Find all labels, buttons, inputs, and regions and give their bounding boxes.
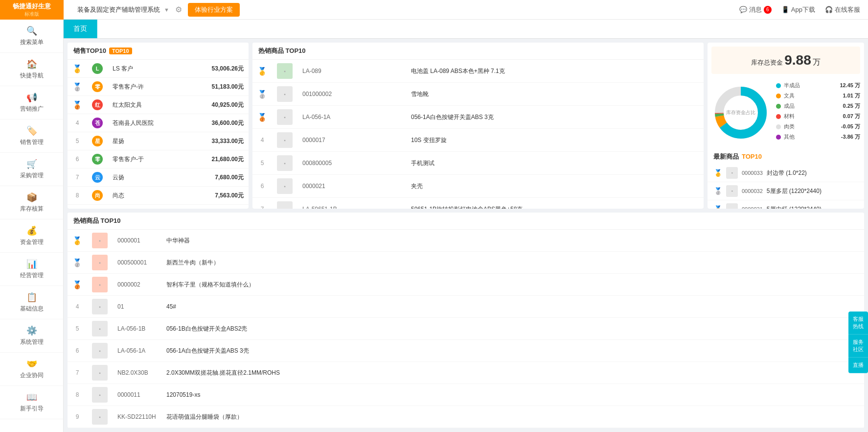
- system-icon: ⚙️: [26, 325, 37, 336]
- table-row: 5 ▪ LA-056-1B 056-1B白色按键开关盒ABS2壳: [68, 318, 864, 340]
- sidebar-item-marketing[interactable]: 📢 营销推广: [0, 86, 63, 120]
- tab-bar: 首页: [64, 20, 868, 39]
- table-row: 8 ▪ 0000011 12070519-xs: [68, 384, 864, 406]
- sidebar-label-cooperation: 企业协同: [20, 371, 44, 380]
- float-buttons: 客服热线 服务社区 直播: [848, 312, 868, 373]
- app-download-button[interactable]: 📱 App下载: [781, 5, 815, 14]
- table-row: 7 ▪ LA-59651-1B 59651-1B旋转投影灯电池盒ABS黑色+58…: [252, 198, 704, 209]
- sidebar-item-purchase[interactable]: 🛒 采购管理: [0, 153, 63, 186]
- table-row: 🥈 零 零售客户-许 51,183.00元: [68, 78, 249, 96]
- table-row: 🥇 ▪ LA-089 电池盖 LA-089 ABS本色+黑种 7.1克: [252, 60, 704, 83]
- inventory-total: 库存总资金 9.88 万: [711, 47, 860, 74]
- sales-top10-panel: 销售TOP10 TOP10 🥇 L LS 客户 53,006.26元 🥈 零 零…: [68, 43, 249, 209]
- legend-item: 材料 0.07 万: [776, 113, 860, 120]
- hot-products-mid-table: 🥇 ▪ LA-089 电池盖 LA-089 ABS本色+黑种 7.1克 🥈 ▪ …: [252, 60, 704, 209]
- sales-top10-title: 销售TOP10 TOP10: [73, 47, 132, 55]
- sidebar-item-sales[interactable]: 🏷️ 销售管理: [0, 120, 63, 153]
- table-row: 7 云 云扬 7,680.00元: [68, 168, 249, 187]
- table-row: 7 ▪ NB2.0X30B 2.0X30MM双搓花轴.搓花直径2.1MM/ROH…: [68, 362, 864, 384]
- marketing-icon: 📢: [26, 92, 37, 103]
- table-row: 🥉 ▪ LA-056-1A 056-1A白色按键开关盖ABS 3克: [252, 106, 704, 129]
- mobile-icon: 📱: [781, 6, 789, 13]
- float-btn-live[interactable]: 直播: [848, 358, 868, 373]
- table-row: 6 ▪ LA-056-1A 056-1A白色按键开关盖ABS 3壳: [68, 340, 864, 362]
- new-products-list: 🥇 ▪ 0000033 封边带 (1.0*22) 🥈 ▪ 0000032 5厘多…: [708, 164, 864, 209]
- online-service-button[interactable]: 🎧 在线客服: [825, 5, 860, 14]
- sidebar-label-search: 搜索菜单: [20, 38, 44, 47]
- donut-section: 库存资金占比 半成品 12.45 万 文具 1.01 万 成品 0.25 万 材…: [708, 78, 864, 147]
- sidebar-item-finance[interactable]: 💰 资金管理: [0, 219, 63, 253]
- cooperation-icon: 🤝: [26, 359, 37, 369]
- settings-icon[interactable]: ⚙: [175, 5, 182, 14]
- inventory-icon: 📦: [26, 192, 37, 203]
- sidebar-label-base-info: 基础信息: [20, 305, 44, 313]
- sidebar-label-sales: 销售管理: [20, 138, 44, 146]
- message-button[interactable]: 💬 消息 6: [739, 5, 772, 14]
- table-row: 9 ▪ KK-SD22110H 花语萌值温分腿睡袋（厚款）: [68, 406, 864, 428]
- legend-list: 半成品 12.45 万 文具 1.01 万 成品 0.25 万 材料 0.07 …: [776, 82, 860, 144]
- hot-products-mid-title: 热销商品 TOP10: [258, 47, 306, 55]
- system-name: 装备及固定资产辅助管理系统: [77, 5, 160, 14]
- sidebar-item-guide[interactable]: 📖 新手引导: [0, 386, 63, 419]
- float-btn-service[interactable]: 客服热线: [848, 312, 868, 335]
- inventory-new-products-panel: 库存总资金 9.88 万: [708, 43, 864, 209]
- content-area: 首页 销售TOP10 TOP10 🥇 L LS: [64, 20, 868, 432]
- sidebar-item-inventory[interactable]: 📦 库存核算: [0, 186, 63, 219]
- finance-icon: 💰: [26, 225, 37, 236]
- sidebar-label-marketing: 营销推广: [20, 105, 44, 113]
- sidebar-item-operations[interactable]: 📊 经营管理: [0, 253, 63, 286]
- table-row: 🥉 红 红太阳文具 40,925.00元: [68, 96, 249, 114]
- trial-button[interactable]: 体验行业方案: [188, 3, 240, 17]
- home-icon: 🏠: [26, 59, 37, 70]
- sidebar: 🔍 搜索菜单 🏠 快捷导航 📢 营销推广 🏷️ 销售管理 🛒 采购管理 📦 库存…: [0, 20, 64, 432]
- sidebar-label-inventory: 库存核算: [20, 205, 44, 213]
- tab-home[interactable]: 首页: [64, 20, 97, 38]
- sidebar-item-search[interactable]: 🔍 搜索菜单: [0, 20, 63, 53]
- sidebar-item-cooperation[interactable]: 🤝 企业协同: [0, 353, 63, 386]
- sidebar-label-quick-nav: 快捷导航: [20, 72, 44, 80]
- inventory-value: 9.88: [784, 52, 811, 68]
- inventory-label: 库存总资金: [751, 59, 783, 66]
- guide-icon: 📖: [26, 392, 37, 403]
- headset-icon: 🎧: [825, 6, 833, 13]
- sidebar-item-quick-nav[interactable]: 🏠 快捷导航: [0, 53, 63, 86]
- purchase-icon: 🛒: [26, 159, 37, 169]
- operations-icon: 📊: [26, 259, 37, 269]
- float-btn-community[interactable]: 服务社区: [848, 335, 868, 358]
- table-row: 🥉 ▪ 0000002 智利车子里（规格不知道填什么）: [68, 274, 864, 296]
- donut-chart: 库存资金占比: [711, 83, 770, 142]
- table-row: 🥇 L LS 客户 53,006.26元: [68, 60, 249, 78]
- table-row: 4 ▪ 01 45#: [68, 296, 864, 318]
- sidebar-label-purchase: 采购管理: [20, 171, 44, 180]
- sales-top10-table: 🥇 L LS 客户 53,006.26元 🥈 零 零售客户-许 51,183.0…: [68, 60, 249, 205]
- donut-center-label: 库存资金占比: [726, 109, 755, 116]
- legend-item: 半成品 12.45 万: [776, 82, 860, 89]
- sales-icon: 🏷️: [26, 125, 37, 136]
- table-row: 6 零 零售客户-于 21,680.00元: [68, 150, 249, 168]
- message-icon: 💬: [739, 6, 747, 13]
- sidebar-label-operations: 经营管理: [20, 271, 44, 280]
- table-row: 🥈 ▪ 001000002 雪地靴: [252, 83, 704, 106]
- message-badge: 6: [764, 6, 772, 14]
- hot-products-mid-panel: 热销商品 TOP10 🥇 ▪ LA-089 电池盖 LA-089 ABS本色+黑…: [252, 43, 704, 209]
- sidebar-item-system[interactable]: ⚙️ 系统管理: [0, 319, 63, 353]
- table-row: 🥇 ▪ 0000001 中华神器: [68, 230, 864, 252]
- hot-products-bottom-table: 🥇 ▪ 0000001 中华神器 🥈 ▪ 000500001 新西兰牛肉（新牛）…: [68, 230, 864, 428]
- search-icon: 🔍: [26, 25, 37, 36]
- table-row: 5 星 星扬 33,333.00元: [68, 132, 249, 150]
- sidebar-item-base-info[interactable]: 📋 基础信息: [0, 286, 63, 319]
- logo-title: 畅捷通好生意: [13, 2, 51, 11]
- legend-item: 成品 0.25 万: [776, 102, 860, 110]
- logo: 畅捷通好生意 标准版: [0, 0, 64, 20]
- sidebar-label-guide: 新手引导: [20, 405, 44, 413]
- page-content: 销售TOP10 TOP10 🥇 L LS 客户 53,006.26元 🥈 零 零…: [64, 39, 868, 432]
- system-selector[interactable]: 装备及固定资产辅助管理系统 ▼: [77, 5, 169, 14]
- legend-item: 其他 -3.86 万: [776, 133, 860, 141]
- logo-sub: 标准版: [24, 11, 39, 18]
- table-row: 4 ▪ 0000017 10S 变扭罗旋: [252, 129, 704, 152]
- hot-products-bottom-header: 热销商品 TOP10: [68, 213, 864, 230]
- new-products-header: 最新商品 TOP10: [708, 147, 864, 164]
- table-row: 6 ▪ 0000021 夹壳: [252, 175, 704, 198]
- chevron-down-icon: ▼: [164, 7, 169, 13]
- table-row: 4 苍 苍南县人民医院 36,600.00元: [68, 114, 249, 132]
